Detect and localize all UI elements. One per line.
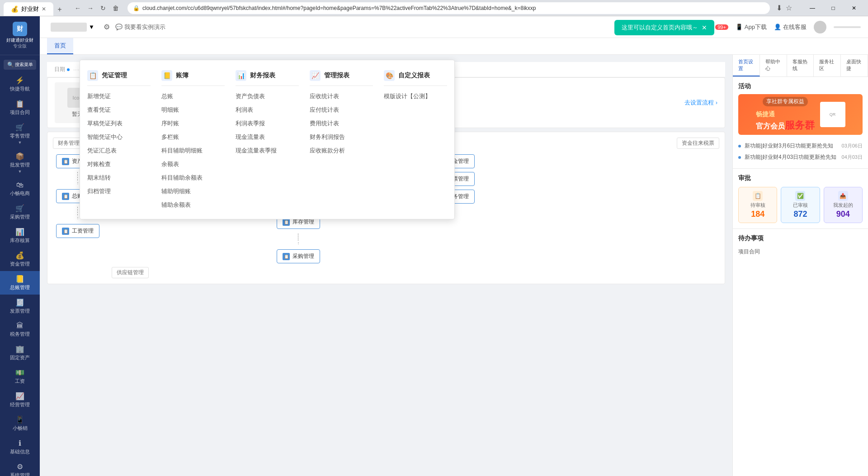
user-name[interactable] — [834, 26, 861, 28]
node-purchase[interactable]: 📋 采购管理 — [277, 249, 320, 263]
rs-tab-service[interactable]: 客服热线 — [787, 55, 814, 76]
approval-card-sent[interactable]: 📤 我发起的 904 — [824, 187, 863, 223]
tab-title: 好业财 — [21, 5, 39, 13]
online-service-btn[interactable]: 👤 在线客服 — [774, 23, 807, 31]
node-salary[interactable]: 📋 工资管理 — [56, 224, 99, 238]
active-tab[interactable]: 💰 好业财 ✕ — [4, 2, 53, 16]
search-icon: 🔍 — [7, 62, 14, 68]
menu-item-view-voucher[interactable]: 查看凭证 — [87, 103, 151, 117]
sidebar-item-inventory[interactable]: 📊 库存核算 — [0, 224, 40, 248]
sidebar-label-capital: 资金管理 — [10, 261, 30, 267]
menu-item-cashflow-quarterly[interactable]: 现金流量表季报 — [236, 144, 299, 157]
menu-item-detail-ledger[interactable]: 明细账 — [161, 103, 225, 117]
sidebar-item-wholesale[interactable]: 📦 批发管理 ▼ — [0, 148, 40, 177]
approval-card-pending[interactable]: 📋 待审核 184 — [738, 187, 777, 223]
invoice-icon: 🧾 — [15, 298, 24, 307]
service-icon: 👤 — [774, 24, 781, 30]
activity-banner[interactable]: 享社群专属权益 畅捷通 官方会员服务群 QR — [738, 94, 863, 135]
sidebar-item-operations[interactable]: 📈 经营管理 — [0, 388, 40, 412]
cwbb-title: 财务报表 — [250, 71, 275, 80]
rs-tab-desktop[interactable]: 桌面快捷 — [841, 55, 868, 76]
approval-card-approved[interactable]: ✅ 已审核 872 — [781, 187, 820, 223]
rs-tab-community[interactable]: 服务社区 — [814, 55, 841, 76]
bookmark-icon[interactable]: ☆ — [786, 4, 792, 12]
menu-item-expense-stats[interactable]: 费用统计表 — [310, 117, 373, 130]
menu-item-reconcile[interactable]: 对账检查 — [87, 157, 151, 171]
menu-item-balance[interactable]: 余额表 — [161, 157, 225, 171]
rs-tab-help[interactable]: 帮助中心 — [760, 55, 787, 76]
menu-item-subject-detail[interactable]: 科目辅助明细账 — [161, 144, 225, 157]
download-icon[interactable]: ⬇ — [776, 4, 782, 12]
menu-item-multi-col[interactable]: 多栏账 — [161, 130, 225, 144]
app-download-btn[interactable]: 📱 App下载 — [736, 23, 767, 31]
demo-link[interactable]: 💬 我要看实例演示 — [115, 23, 165, 31]
sidebar-item-system[interactable]: ⚙ 系统管理 — [0, 459, 40, 476]
menu-item-subject-balance[interactable]: 科目辅助余额表 — [161, 171, 225, 185]
sidebar-item-tax[interactable]: 🏛 税务管理 — [0, 318, 40, 341]
menu-item-profit-loss[interactable]: 利润表 — [236, 103, 299, 117]
menu-item-draft-list[interactable]: 草稿凭证列表 — [87, 117, 151, 130]
assets-icon: 🏢 — [15, 345, 24, 353]
sent-label: 我发起的 — [833, 202, 853, 209]
supply-chain-label: 供应链管理 — [112, 267, 149, 278]
tooltip-close-btn[interactable]: ✕ — [702, 24, 707, 31]
sidebar-item-invoice[interactable]: 🧾 发票管理 — [0, 295, 40, 318]
maximize-btn[interactable]: □ — [823, 0, 844, 16]
sidebar: 财 好建通好业财 专业版 🔍 搜索菜单 ⚡ 快捷导航 📋 项目合同 🛒 零售管理… — [0, 16, 40, 476]
sidebar-label-wholesale: 批发管理 — [10, 162, 30, 168]
address-bar[interactable]: 🔒 cloud.chanjet.com/cc/u6d89qwnryel/57bf… — [127, 2, 770, 14]
menu-item-template-design[interactable]: 模版设计【公测】 — [384, 90, 447, 103]
menu-item-period-end[interactable]: 期末结转 — [87, 171, 151, 185]
setup-flow-link[interactable]: 去设置流程 › — [684, 99, 717, 107]
company-selector[interactable]: ▼ — [47, 21, 98, 33]
close-btn[interactable]: ✕ — [844, 0, 864, 16]
menu-item-payable-stats[interactable]: 应付统计表 — [310, 103, 373, 117]
sidebar-item-ledger[interactable]: 📒 总账管理 — [0, 271, 40, 295]
qr-code: QR — [820, 102, 845, 127]
minimize-btn[interactable]: — — [802, 0, 823, 16]
user-avatar[interactable] — [814, 21, 826, 33]
sidebar-item-basicinfo[interactable]: ℹ 基础信息 — [0, 435, 40, 459]
supply-chain-row: 供应链管理 — [53, 267, 719, 278]
menu-item-aux-balance[interactable]: 辅助余额表 — [161, 198, 225, 212]
menu-item-aux-detail[interactable]: 辅助明细账 — [161, 185, 225, 198]
delete-btn[interactable]: 🗑 — [110, 3, 121, 14]
todo-item-1[interactable]: 项目合同 — [738, 246, 863, 257]
back-btn[interactable]: ← — [72, 3, 83, 14]
menu-item-profit-quarterly[interactable]: 利润表季报 — [236, 117, 299, 130]
company-name — [51, 23, 87, 32]
settings-icon[interactable]: ⚙ — [104, 23, 110, 31]
activity-item-2[interactable]: 新功能|好业财4月03日功能更新抢先知 04月03日 — [738, 152, 863, 163]
ledger-node-icon: 📋 — [62, 193, 69, 200]
new-tab-btn[interactable]: + — [53, 3, 66, 16]
sidebar-item-ecommerce[interactable]: 🛍 小畅电商 — [0, 177, 40, 200]
menu-item-chrono-ledger[interactable]: 序时账 — [161, 117, 225, 130]
menu-item-profit-report[interactable]: 财务利润报告 — [310, 130, 373, 144]
menu-item-voucher-summary[interactable]: 凭证汇总表 — [87, 144, 151, 157]
menu-item-cashflow[interactable]: 现金流量表 — [236, 130, 299, 144]
menu-item-new-voucher[interactable]: 新增凭证 — [87, 90, 151, 103]
menu-item-smart-voucher[interactable]: 智能凭证中心 — [87, 130, 151, 144]
menu-item-archive[interactable]: 归档管理 — [87, 185, 151, 198]
search-menu-btn[interactable]: 🔍 搜索菜单 — [4, 60, 36, 70]
menu-item-general-ledger[interactable]: 总账 — [161, 90, 225, 103]
tab-close-btn[interactable]: ✕ — [42, 6, 46, 12]
menu-item-receivable-stats[interactable]: 应收统计表 — [310, 90, 373, 103]
sidebar-item-assets[interactable]: 🏢 固定资产 — [0, 341, 40, 365]
cwbb-header: 📊 财务报表 — [236, 67, 299, 86]
sidebar-item-purchase[interactable]: 🛒 采购管理 — [0, 200, 40, 224]
forward-btn[interactable]: → — [85, 3, 96, 14]
reload-btn[interactable]: ↻ — [98, 3, 108, 14]
sidebar-item-capital[interactable]: 💰 资金管理 — [0, 248, 40, 271]
sidebar-item-salary[interactable]: 💵 工资 — [0, 365, 40, 388]
sidebar-item-project[interactable]: 📋 项目合同 — [0, 96, 40, 119]
sidebar-item-quicknav[interactable]: ⚡ 快捷导航 — [0, 72, 40, 96]
rs-tab-home[interactable]: 首页设置 — [733, 55, 760, 76]
menu-item-balance-sheet[interactable]: 资产负债表 — [236, 90, 299, 103]
sidebar-item-sales[interactable]: 📱 小畅销 — [0, 412, 40, 435]
menu-item-receivable-analysis[interactable]: 应收账款分析 — [310, 144, 373, 157]
sidebar-item-retail[interactable]: 🛒 零售管理 ▼ — [0, 119, 40, 148]
tax-icon: 🏛 — [16, 322, 24, 330]
tab-home[interactable]: 首页 — [47, 38, 73, 54]
activity-item-1[interactable]: 新功能|好业财3月6日功能更新抢先知 03月06日 — [738, 140, 863, 152]
